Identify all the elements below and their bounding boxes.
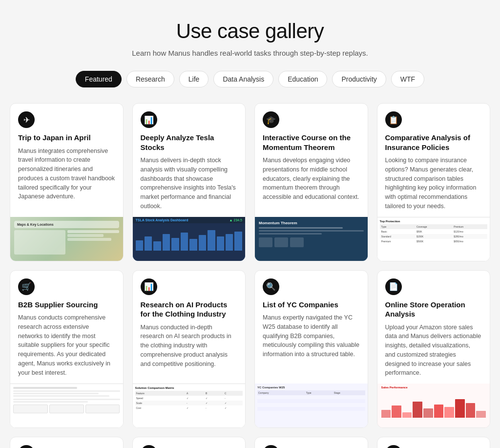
- card-body-find-customers: 🎯Find Potential CustomersDescribe your b…: [255, 437, 368, 448]
- filter-featured[interactable]: Featured: [76, 71, 122, 87]
- card-preview-tesla-stocks: TSLA Stock Analysis Dashboard ▲ 234.5: [133, 217, 246, 261]
- card-desc-insurance-comparison: Looking to compare insurance options? Ma…: [385, 156, 482, 211]
- card-desc-momentum-theorem: Manus develops engaging video presentati…: [263, 156, 360, 202]
- card-icon-candidate-interview: 👥: [141, 445, 157, 448]
- card-body-candidate-interview: 👥Candidate Interview ScheduleExperience …: [133, 437, 246, 448]
- card-preview-b2b-supplier: [10, 384, 123, 427]
- card-icon-trip-japan: ✈: [18, 111, 35, 128]
- card-icon-yc-companies: 🔍: [263, 278, 279, 295]
- page-title: Use case gallery: [10, 20, 490, 43]
- card-candidate-interview[interactable]: 👥Candidate Interview ScheduleExperience …: [132, 437, 246, 448]
- card-preview-online-store: Sales Performance: [377, 384, 490, 427]
- card-desc-ai-clothing: Manus conducted in-depth research on AI …: [141, 323, 238, 369]
- card-body-online-store: 📄Online Store Operation AnalysisUpload y…: [377, 271, 490, 384]
- filter-research[interactable]: Research: [126, 71, 174, 87]
- card-desc-tesla-stocks: Manus delivers in-depth stock analysis w…: [141, 156, 238, 211]
- card-body-momentum-theorem: 🎓Interactive Course on the Momentum Theo…: [255, 104, 368, 217]
- card-body-trip-japan: ✈Trip to Japan in AprilManus integrates …: [10, 104, 123, 217]
- card-b2b-supplier[interactable]: 🛒B2B Supplier SourcingManus conducts com…: [10, 270, 124, 428]
- card-body-yc-companies: 🔍List of YC CompaniesManus expertly navi…: [255, 271, 368, 384]
- page-subtitle: Learn how Manus handles real-world tasks…: [10, 49, 490, 57]
- card-title-momentum-theorem: Interactive Course on the Momentum Theor…: [263, 133, 360, 152]
- filter-productivity[interactable]: Productivity: [332, 71, 386, 87]
- card-title-ai-clothing: Research on AI Products for the Clothing…: [141, 300, 238, 319]
- card-preview-ai-clothing: Solution Comparison Matrix FeatureABC Sp…: [133, 384, 246, 427]
- card-icon-insurance-comparison: 📋: [385, 111, 402, 128]
- card-find-customers[interactable]: 🎯Find Potential CustomersDescribe your b…: [254, 437, 368, 448]
- filter-data-analysis[interactable]: Data Analysis: [213, 71, 273, 87]
- card-insurance-comparison[interactable]: 📋Comparative Analysis of Insurance Polic…: [377, 103, 491, 261]
- card-teleprompter[interactable]: 📝Professional TeleprompterElevate your p…: [377, 437, 491, 448]
- card-title-b2b-supplier: B2B Supplier Sourcing: [18, 300, 115, 310]
- card-body-insurance-comparison: 📋Comparative Analysis of Insurance Polic…: [377, 104, 490, 217]
- card-title-insurance-comparison: Comparative Analysis of Insurance Polici…: [385, 133, 482, 152]
- card-icon-momentum-theorem: 🎓: [263, 111, 279, 128]
- card-desc-b2b-supplier: Manus conducts comprehensive research ac…: [18, 313, 115, 377]
- card-tesla-stocks[interactable]: 📊Deeply Analyze Tesla StocksManus delive…: [132, 103, 246, 261]
- card-body-campaign-maps: 📍Campaign Explanation MapsCustom-designe…: [10, 437, 123, 448]
- card-yc-companies[interactable]: 🔍List of YC CompaniesManus expertly navi…: [254, 270, 368, 428]
- card-preview-insurance-comparison: Top Protection TypeCoveragePremium Basic…: [377, 217, 490, 261]
- card-momentum-theorem[interactable]: 🎓Interactive Course on the Momentum Theo…: [254, 103, 368, 261]
- card-trip-japan[interactable]: ✈Trip to Japan in AprilManus integrates …: [10, 103, 124, 261]
- card-title-online-store: Online Store Operation Analysis: [385, 300, 482, 319]
- filter-life[interactable]: Life: [179, 71, 209, 87]
- card-preview-yc-companies: YC Companies W25 CompanyTypeStage: [255, 384, 368, 427]
- card-icon-tesla-stocks: 📊: [141, 111, 157, 128]
- cards-grid: ✈Trip to Japan in AprilManus integrates …: [10, 103, 490, 448]
- card-body-teleprompter: 📝Professional TeleprompterElevate your p…: [377, 437, 490, 448]
- card-campaign-maps[interactable]: 📍Campaign Explanation MapsCustom-designe…: [10, 437, 124, 448]
- card-desc-yc-companies: Manus expertly navigated the YC W25 data…: [263, 313, 360, 359]
- card-icon-teleprompter: 📝: [385, 445, 402, 448]
- card-body-b2b-supplier: 🛒B2B Supplier SourcingManus conducts com…: [10, 271, 123, 384]
- card-title-trip-japan: Trip to Japan in April: [18, 133, 115, 143]
- card-icon-ai-clothing: 📊: [141, 278, 157, 295]
- card-body-tesla-stocks: 📊Deeply Analyze Tesla StocksManus delive…: [133, 104, 246, 217]
- card-desc-online-store: Upload your Amazon store sales data and …: [385, 323, 482, 378]
- card-icon-online-store: 📄: [385, 278, 402, 295]
- card-online-store[interactable]: 📄Online Store Operation AnalysisUpload y…: [377, 270, 491, 428]
- card-preview-trip-japan: Maps & Key Locations: [10, 217, 123, 261]
- card-preview-momentum-theorem: Momentum Theorem: [255, 217, 368, 261]
- filter-bar: FeaturedResearchLifeData AnalysisEducati…: [10, 71, 490, 87]
- card-icon-find-customers: 🎯: [263, 445, 279, 448]
- card-title-tesla-stocks: Deeply Analyze Tesla Stocks: [141, 133, 238, 152]
- card-ai-clothing[interactable]: 📊Research on AI Products for the Clothin…: [132, 270, 246, 428]
- filter-wtf[interactable]: WTF: [391, 71, 424, 87]
- card-body-ai-clothing: 📊Research on AI Products for the Clothin…: [133, 271, 246, 384]
- page-container: Use case gallery Learn how Manus handles…: [0, 0, 500, 448]
- card-title-yc-companies: List of YC Companies: [263, 300, 360, 310]
- card-icon-b2b-supplier: 🛒: [18, 278, 35, 295]
- card-desc-trip-japan: Manus integrates comprehensive travel in…: [18, 147, 115, 202]
- filter-education[interactable]: Education: [278, 71, 327, 87]
- card-icon-campaign-maps: 📍: [18, 445, 35, 448]
